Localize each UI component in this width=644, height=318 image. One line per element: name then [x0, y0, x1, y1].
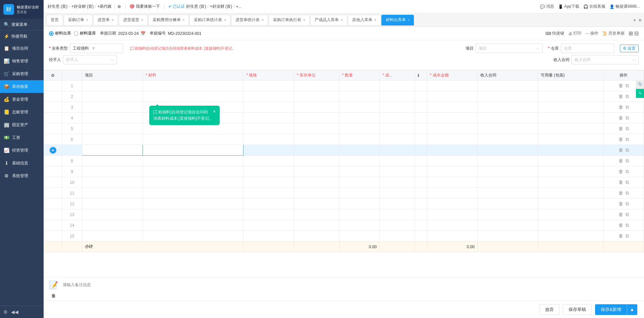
col-qty[interactable]: * 数量	[339, 70, 379, 81]
tab-menu[interactable]: ≡	[639, 17, 641, 23]
row-delete-icon[interactable]: 🗑	[619, 104, 623, 110]
tab-purchase-exec-close[interactable]: ×	[303, 18, 305, 22]
operations-btn[interactable]: ⋯ 操作	[585, 31, 598, 36]
sidebar-item-system[interactable]: ⚙ 系统管理	[0, 169, 44, 182]
row-delete-icon[interactable]: 🗑	[619, 179, 623, 185]
discard-btn[interactable]: 放弃	[539, 304, 559, 315]
row-delete-icon[interactable]: 🗑	[619, 94, 623, 99]
tab-purchase-stats-close[interactable]: ×	[224, 18, 226, 22]
warehouse-input[interactable]: 仓库	[561, 44, 614, 53]
row-delete-icon[interactable]: 🗑	[619, 212, 623, 217]
view-detail-btn[interactable]: ⊟	[634, 30, 639, 37]
row-copy-icon[interactable]: ⧉	[626, 201, 629, 206]
row-copy-icon[interactable]: ⧉	[626, 158, 629, 163]
col-project[interactable]: 项目	[82, 70, 143, 81]
sidebar-item-purchase[interactable]: 🛒 采购管理	[0, 67, 44, 80]
row-copy-icon[interactable]: ⧉	[626, 83, 629, 88]
row-delete-icon[interactable]: 🗑	[619, 158, 623, 163]
row-copy-icon[interactable]: ⧉	[626, 115, 629, 120]
toplink-more[interactable]: +...	[236, 4, 241, 9]
col-settings[interactable]: ⚙	[44, 70, 62, 81]
tab-home[interactable]: 首页	[46, 15, 63, 25]
income-contract-input[interactable]: 收入合同 ···	[572, 55, 639, 64]
sidebar-item-project-contract[interactable]: 📋 项目合同	[0, 42, 44, 55]
tab-inbound-close[interactable]: ×	[112, 18, 114, 22]
sidebar-item-payroll[interactable]: 💵 工资	[0, 131, 44, 144]
project-search-icon[interactable]: ···	[536, 46, 540, 51]
row-delete-icon[interactable]: 🗑	[619, 222, 623, 228]
row-delete-icon[interactable]: 🗑	[619, 83, 623, 88]
row-copy-icon[interactable]: ⧉	[626, 126, 629, 131]
income-contract-search-icon[interactable]: ···	[632, 57, 636, 62]
settings-bottom-icon[interactable]: ⚙	[3, 309, 8, 315]
row-delete-icon[interactable]: 🗑	[619, 201, 623, 206]
col-income-contract[interactable]: 收入合同	[477, 70, 538, 81]
row-copy-icon[interactable]: ⧉	[626, 137, 629, 142]
history-btn[interactable]: 📜 历史单据	[602, 31, 625, 36]
sidebar-item-shortcut[interactable]: ⚡ 快捷导航	[0, 31, 44, 42]
handler-input[interactable]: 经手人 ···	[63, 55, 117, 64]
sidebar-item-search[interactable]: 🔍 搜索菜单	[0, 19, 44, 31]
topbar-user-btn[interactable]: 👤 畅捷通8888...	[609, 4, 640, 9]
tab-purchase-expense[interactable]: 采购费用分摊单 ×	[148, 15, 189, 25]
sidebar-item-fixed-assets[interactable]: 🏢 固定资产	[0, 118, 44, 131]
row-copy-icon[interactable]: ⧉	[626, 233, 629, 238]
view-list-btn[interactable]: ⊞	[629, 30, 633, 37]
notes-input[interactable]	[61, 281, 639, 293]
add-row-btn[interactable]: +	[50, 147, 56, 154]
topbar-message-btn[interactable]: 💬 消息	[540, 4, 554, 9]
sidebar-item-operations[interactable]: 📈 经营管理	[0, 144, 44, 157]
tab-inbound-stats-close[interactable]: ×	[262, 18, 264, 22]
topbar-online-service-btn[interactable]: 🎧 在线客服	[583, 4, 605, 9]
row-copy-icon[interactable]: ⧉	[626, 212, 629, 217]
row-copy-icon[interactable]: ⧉	[626, 147, 629, 153]
row-delete-icon[interactable]: 🗑	[619, 137, 623, 142]
tab-product-storage[interactable]: 产成品入库单 ×	[310, 15, 347, 25]
sidebar-item-finance[interactable]: 💰 资金管理	[0, 93, 44, 106]
row-copy-icon[interactable]: ⧉	[626, 190, 629, 196]
row-delete-icon[interactable]: 🗑	[619, 190, 623, 196]
doc-date-value[interactable]: 2023-03-24	[118, 31, 139, 36]
tab-material-out-close[interactable]: ×	[408, 18, 410, 22]
business-type-input[interactable]: 工程领料 ▼	[70, 44, 123, 53]
tab-other-storage[interactable]: 其他入库单 ×	[348, 15, 381, 25]
shortcut-key-btn[interactable]: ⌨ 快捷键	[545, 31, 564, 36]
handler-search-icon[interactable]: ···	[110, 57, 114, 62]
col-unit[interactable]: * 库存单位	[294, 70, 339, 81]
toplink-plus1[interactable]: +好业财 (首)	[71, 4, 94, 9]
sidebar-item-ledger[interactable]: 📒 总账管理	[0, 106, 44, 118]
row-copy-icon[interactable]: ⧉	[626, 222, 629, 228]
col-available[interactable]: 可用量 (包装)	[538, 70, 603, 81]
row-delete-icon[interactable]: 🗑	[619, 147, 623, 153]
tab-purchase-expense-close[interactable]: ×	[183, 18, 185, 22]
tab-inbound-stats[interactable]: 进货单统计表 ×	[231, 15, 268, 25]
row-delete-icon[interactable]: 🗑	[619, 126, 623, 131]
col-cost[interactable]: * 成...	[380, 70, 415, 81]
row-copy-icon[interactable]: ⧉	[626, 94, 629, 99]
row-delete-icon[interactable]: 🗑	[619, 115, 623, 120]
save-draft-btn[interactable]: 保存草稿	[563, 304, 592, 315]
col-material[interactable]: * 材料	[143, 70, 244, 81]
sidebar-item-basic-info[interactable]: ℹ 基础信息	[0, 157, 44, 169]
tab-product-storage-close[interactable]: ×	[341, 18, 343, 22]
calendar-icon[interactable]: 📅	[141, 31, 146, 36]
float-green-icon[interactable]: ✎	[636, 89, 644, 98]
row-delete-icon[interactable]: 🗑	[619, 169, 623, 174]
tab-purchase-order[interactable]: 采购订单 ×	[64, 15, 93, 25]
row-copy-icon[interactable]: ⧉	[626, 169, 629, 174]
radio-material-out[interactable]: 材料出库	[49, 31, 71, 36]
tab-purchase-order-close[interactable]: ×	[86, 18, 88, 22]
tab-close-all[interactable]: ×	[633, 17, 636, 23]
topbar-app-download-btn[interactable]: 📱 App下载	[558, 4, 579, 9]
radio-material-return[interactable]: 材料退库	[74, 31, 96, 36]
tab-purchase-exec[interactable]: 采购订单执行表 ×	[269, 15, 310, 25]
col-spec[interactable]: * 规格	[244, 70, 294, 81]
tab-material-out[interactable]: 材料出库单 ×	[381, 15, 414, 25]
tooltip-close-btn[interactable]: ×	[213, 109, 216, 114]
tab-other-storage-close[interactable]: ×	[374, 18, 376, 22]
row-copy-icon[interactable]: ⧉	[626, 104, 629, 110]
row-copy-icon[interactable]: ⧉	[626, 179, 629, 185]
sidebar-item-inventory[interactable]: 📦 库存核算	[0, 80, 44, 93]
settings-btn[interactable]: ⚙ 设置	[620, 45, 639, 52]
project-input[interactable]: 项目 ···	[476, 44, 543, 53]
